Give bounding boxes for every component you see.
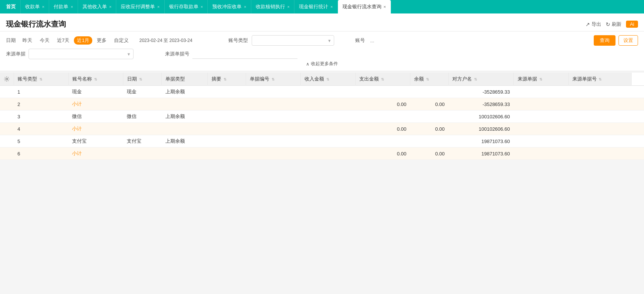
sort-icon: ⇅ (599, 77, 602, 81)
settings-button[interactable]: 设置 (618, 35, 638, 46)
cell-counterparty (513, 86, 568, 98)
date-opt-more[interactable]: 更多 (94, 36, 110, 45)
account-type-filter-group: 账号类型 ▾ (228, 35, 334, 46)
account-label: 账号 (355, 37, 365, 44)
date-opt-1month[interactable]: 近1月 (74, 36, 92, 45)
cell-expense (410, 135, 448, 148)
cell-seq: 5 (14, 135, 69, 148)
col-doc-no[interactable]: 单据编号 ⇅ (246, 73, 301, 86)
cell-counterparty (513, 148, 568, 160)
date-opt-7days[interactable]: 近7天 (54, 36, 72, 45)
source-doc-filter-group: 来源单据 ▾ (6, 49, 134, 59)
cell-account-name (123, 148, 161, 160)
page-title: 现金银行流水查询 (6, 19, 66, 29)
collapse-button[interactable]: ∧ 收起更多条件 (6, 59, 638, 67)
cell-balance: 100102606.60 (449, 123, 514, 135)
nav-tab-other-income[interactable]: 其他收入单 × (78, 0, 116, 13)
close-icon[interactable]: × (157, 4, 159, 9)
source-doc-select[interactable]: ▾ (29, 49, 134, 59)
nav-tab-cash-flow-query[interactable]: 现金银行流水查询 × (338, 0, 391, 13)
col-expense[interactable]: 支出金额 ⇅ (356, 73, 410, 86)
nav-tab-advance-offset[interactable]: 预收冲应收单 × (208, 0, 251, 13)
data-table-container: 账号类型 ⇅ 账号名称 ⇅ 日期 ⇅ 单据类型 摘要 ⇅ 单据编号 ⇅ 收入金额… (0, 73, 644, 160)
page-header: 现金银行流水查询 ↗ 导出 ↻ 刷新 Ai (0, 13, 644, 31)
query-button[interactable]: 查询 (594, 35, 615, 46)
more-button[interactable]: ... (370, 38, 374, 43)
cell-income (356, 86, 410, 98)
sort-icon: ⇅ (474, 77, 477, 81)
cell-source-doc (568, 110, 631, 123)
sort-icon: ⇅ (224, 77, 227, 81)
close-icon[interactable]: × (42, 4, 44, 9)
close-icon[interactable]: × (287, 4, 290, 9)
date-filter-group: 日期 昨天 今天 近7天 近1月 更多 自定义 (6, 36, 132, 45)
date-opt-yesterday[interactable]: 昨天 (20, 36, 35, 45)
col-summary[interactable]: 摘要 ⇅ (208, 73, 246, 86)
date-opt-custom[interactable]: 自定义 (111, 36, 132, 45)
cell-source-doc-no (631, 148, 644, 160)
export-icon: ↗ (585, 21, 590, 27)
cell-source-doc (568, 98, 631, 110)
cell-summary (246, 110, 301, 123)
cell-doc-type (208, 148, 246, 160)
nav-tab-home-label: 首页 (6, 3, 16, 10)
close-icon[interactable]: × (244, 4, 246, 9)
col-doc-type[interactable]: 单据类型 (162, 73, 208, 86)
header-actions: ↗ 导出 ↻ 刷新 Ai (585, 21, 638, 28)
account-type-label: 账号类型 (228, 37, 248, 44)
action-buttons: 查询 设置 (594, 35, 638, 46)
data-table: 账号类型 ⇅ 账号名称 ⇅ 日期 ⇅ 单据类型 摘要 ⇅ 单据编号 ⇅ 收入金额… (0, 73, 644, 160)
cell-expense: 0.00 (410, 148, 448, 160)
col-income[interactable]: 收入金额 ⇅ (301, 73, 356, 86)
nav-tab-bank-deposit[interactable]: 银行存取款单 × (165, 0, 208, 13)
cell-account-type: 支付宝 (68, 135, 123, 148)
filter-area: 日期 昨天 今天 近7天 近1月 更多 自定义 2023-02-24 至 202… (0, 31, 644, 71)
nav-tab-receipt-verify[interactable]: 收款核销执行 × (251, 0, 294, 13)
cell-date: 上期余额 (162, 135, 208, 148)
close-icon[interactable]: × (109, 4, 111, 9)
table-settings-col[interactable] (0, 73, 14, 86)
col-counterparty[interactable]: 对方户名 ⇅ (449, 73, 514, 86)
col-account-type[interactable]: 账号类型 ⇅ (14, 73, 69, 86)
gear-icon (4, 76, 10, 82)
cell-summary (246, 98, 301, 110)
cell-doc-type (208, 123, 246, 135)
account-type-select[interactable]: ▾ (252, 35, 334, 46)
table-header-row: 账号类型 ⇅ 账号名称 ⇅ 日期 ⇅ 单据类型 摘要 ⇅ 单据编号 ⇅ 收入金额… (0, 73, 644, 86)
source-doc-no-input[interactable] (192, 49, 297, 59)
col-balance[interactable]: 余额 ⇅ (410, 73, 448, 86)
col-date[interactable]: 日期 ⇅ (123, 73, 161, 86)
nav-tab-receipt[interactable]: 收款单 × (21, 0, 49, 13)
cell-expense: 0.00 (410, 123, 448, 135)
close-icon[interactable]: × (330, 4, 333, 9)
cell-source-doc (568, 86, 631, 98)
col-account-name[interactable]: 账号名称 ⇅ (68, 73, 123, 86)
nav-tab-cash-stats[interactable]: 现金银行统计 × (294, 0, 338, 13)
ai-button[interactable]: Ai (626, 21, 638, 28)
export-button[interactable]: ↗ 导出 (585, 21, 601, 28)
table-row: 3微信微信上期余额100102606.60 (0, 110, 644, 123)
cell-source-doc (568, 135, 631, 148)
col-source-doc-no[interactable]: 来源单据号 ⇅ (568, 73, 631, 86)
close-icon[interactable]: × (71, 4, 73, 9)
col-source-doc[interactable]: 来源单据 ⇅ (513, 73, 568, 86)
sort-icon: ⇅ (326, 77, 329, 81)
cell-settings (0, 98, 14, 110)
close-icon[interactable]: × (384, 4, 386, 9)
nav-tab-advance-offset-label: 预收冲应收单 (212, 3, 242, 10)
close-icon[interactable]: × (201, 4, 203, 9)
cell-source-doc (568, 123, 631, 135)
nav-tab-ar-ap-adjust[interactable]: 应收应付调整单 × (116, 0, 164, 13)
cell-summary (246, 148, 301, 160)
chevron-down-icon: ▾ (328, 38, 331, 43)
nav-tab-home[interactable]: 首页 (2, 0, 21, 13)
date-opt-today[interactable]: 今天 (37, 36, 53, 45)
ai-button-label: Ai (630, 21, 634, 27)
refresh-button[interactable]: ↻ 刷新 (606, 21, 621, 28)
nav-tab-payment[interactable]: 付款单 × (49, 0, 78, 13)
cell-date (162, 123, 208, 135)
cell-seq: 1 (14, 86, 69, 98)
cell-account-type: 小计 (68, 148, 123, 160)
cell-doc-type (208, 135, 246, 148)
cell-doc-type (208, 110, 246, 123)
